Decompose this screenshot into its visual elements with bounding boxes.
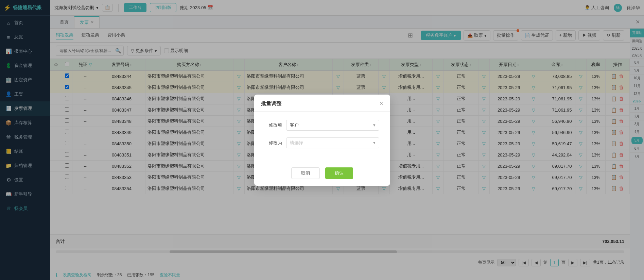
modify-field-value: 客户 xyxy=(290,122,299,128)
modify-value-placeholder: 请选择 xyxy=(290,140,303,146)
modify-value-row: 修改为 请选择 ▾ xyxy=(265,137,379,148)
modify-value-select[interactable]: 请选择 ▾ xyxy=(286,137,379,148)
modal-footer: 取消 确认 xyxy=(254,163,390,186)
modify-value-label: 修改为 xyxy=(265,140,282,146)
field-dropdown-icon: ▾ xyxy=(373,122,376,128)
modal-confirm-btn[interactable]: 确认 xyxy=(325,167,353,179)
value-dropdown-icon: ▾ xyxy=(373,140,376,145)
modal-body: 修改项 客户 ▾ 修改为 请选择 ▾ xyxy=(254,112,390,163)
modal-overlay: 批量调整 × 修改项 客户 ▾ 修改为 请选择 ▾ 取消 确认 xyxy=(0,0,644,280)
modal-close-btn[interactable]: × xyxy=(380,100,383,107)
modify-field-select[interactable]: 客户 ▾ xyxy=(286,120,379,131)
modal-cancel-btn[interactable]: 取消 xyxy=(291,167,320,179)
modify-field-label: 修改项 xyxy=(265,122,282,128)
modal-title: 批量调整 xyxy=(261,100,281,107)
batch-adjust-modal: 批量调整 × 修改项 客户 ▾ 修改为 请选择 ▾ 取消 确认 xyxy=(254,95,390,186)
modify-field-row: 修改项 客户 ▾ xyxy=(265,120,379,131)
modal-header: 批量调整 × xyxy=(254,95,390,112)
